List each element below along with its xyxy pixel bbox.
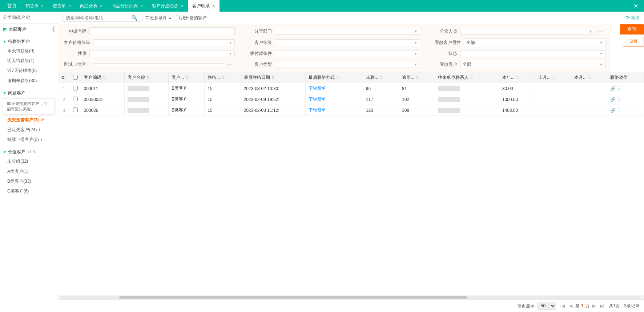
nav-tab-sales[interactable]: 销货单 ✕ — [21, 0, 48, 12]
action-link-icon-2[interactable]: 🔗 — [610, 97, 616, 102]
row-actions-3[interactable]: 🔗⠿ — [607, 105, 644, 116]
action-menu-icon-1[interactable]: ⠿ — [618, 86, 621, 91]
filter-phone-input[interactable] — [89, 27, 235, 35]
sort-icon-name[interactable]: ⇅ — [146, 75, 150, 80]
my-customers-check[interactable] — [175, 16, 180, 20]
sidebar-item-churned[interactable]: 已流失客户(24) ℹ — [0, 125, 58, 135]
my-customers-checkbox[interactable]: 我分管的客户 — [175, 15, 207, 21]
action-link-icon-1[interactable]: 🔗 — [610, 86, 616, 91]
sidebar-group-problem-title[interactable]: ▼ 问题客户 — [0, 89, 58, 98]
nav-tab-goods-list[interactable]: 商品分析列表 ✕ — [107, 0, 148, 12]
close-tab-customer-layer[interactable]: ✕ — [180, 4, 184, 8]
sort-icon-ty[interactable]: ⇅ — [516, 75, 519, 80]
sidebar-search-input[interactable] — [3, 15, 57, 20]
first-page-button[interactable]: |◀ — [559, 303, 566, 308]
action-menu-icon-3[interactable]: ⠿ — [618, 108, 621, 113]
horizontal-scrollbar[interactable] — [58, 295, 644, 299]
action-icons-1[interactable]: 🔗⠿ — [610, 86, 641, 91]
select-all-checkbox[interactable] — [73, 75, 78, 80]
main-search-input[interactable] — [66, 15, 131, 20]
action-link-icon-3[interactable]: 🔗 — [610, 108, 616, 113]
sort-icon-code[interactable]: ⇅ — [102, 75, 106, 80]
row-checkbox-1[interactable] — [70, 83, 81, 94]
query-button[interactable]: 查询 — [620, 24, 644, 35]
sort-icon-overdue[interactable]: ⇅ — [415, 75, 419, 80]
sidebar-item-7days-pending[interactable]: 近7天待联络(0) — [0, 66, 58, 76]
row-actions-1[interactable]: 🔗⠿ — [607, 83, 644, 94]
sort-icon-contact[interactable]: ⇅ — [221, 75, 225, 80]
close-tab-sales[interactable]: ✕ — [41, 4, 44, 8]
window-close-button[interactable]: ✕ — [631, 3, 641, 9]
filter-price-level-select[interactable]: ▼ — [93, 39, 235, 46]
filter-person-dots[interactable]: ··· — [595, 28, 605, 35]
refresh-icon[interactable]: ↺ — [28, 149, 32, 155]
sidebar-root-label[interactable]: ⊞ 全部客户 《 — [0, 24, 58, 36]
problem-customer-tooltip: 90天未交易的客户，可能有流失风险。 — [3, 98, 55, 114]
nav-tab-home[interactable]: 首页 — [3, 0, 21, 12]
export-button[interactable]: ⟳ 导出 — [625, 15, 640, 21]
sidebar-collapse-button[interactable]: 《 — [49, 26, 55, 33]
filter-cust-level-select[interactable]: ▼ — [275, 39, 420, 46]
sort-icon-tm[interactable]: ⇅ — [588, 75, 591, 80]
sidebar-item-tomorrow-pending[interactable]: 明天待联络(1) — [0, 56, 58, 66]
edit-icon[interactable]: ✎ — [33, 149, 37, 155]
action-icons-3[interactable]: 🔗⠿ — [610, 108, 641, 113]
nav-tab-goods-analysis[interactable]: 商品分析 ✕ — [76, 0, 107, 12]
close-tab-purchase[interactable]: ✕ — [68, 4, 71, 8]
page-size-select[interactable]: 50 100 — [538, 302, 556, 310]
sidebar-item-class-b[interactable]: B类客户(33) — [0, 177, 58, 186]
filter-region-select[interactable] — [93, 63, 224, 66]
sidebar-item-declining[interactable]: 持续下滑客户(2) ℹ — [0, 135, 58, 145]
row-checkbox-2[interactable] — [70, 94, 81, 105]
row-method-2[interactable]: 下销货单 — [305, 94, 363, 105]
row-checkbox-3[interactable] — [70, 105, 81, 116]
sort-icon-last-date[interactable]: ⇅ — [271, 75, 275, 80]
sidebar-item-overdue-pending[interactable]: 逾期未联络(30) — [0, 76, 58, 86]
scrollbar-track[interactable] — [61, 296, 641, 299]
row-method-1[interactable]: 下销货单 — [305, 83, 363, 94]
close-tab-goods-analysis[interactable]: ✕ — [100, 4, 103, 8]
filter-cust-type-select[interactable]: ▼ — [275, 61, 420, 68]
sidebar-item-churn-warning[interactable]: 流失预警客户(3) ⚠ — [0, 115, 58, 125]
close-tab-customer-contact[interactable]: ✕ — [212, 4, 215, 8]
close-tab-goods-list[interactable]: ✕ — [140, 4, 143, 8]
sort-icon-lm[interactable]: ⇅ — [552, 75, 555, 80]
table-row: 2 00030031 B类客户 15 2023-02-09 19:52: 下销货… — [58, 94, 644, 105]
sort-icon-type[interactable]: ⇅ — [185, 75, 189, 80]
filter-dept-select[interactable]: ▼ — [275, 28, 420, 35]
sidebar-item-today-pending[interactable]: 今天待联络(0) — [0, 46, 58, 56]
action-icons-2[interactable]: 🔗⠿ — [610, 97, 641, 102]
col-no-contact: 未联...⇅ — [363, 72, 399, 83]
sidebar-item-class-c[interactable]: C类客户(6) — [0, 186, 58, 196]
next-page-button[interactable]: ▶ — [591, 303, 597, 308]
last-page-button[interactable]: ▶| — [599, 303, 606, 308]
sort-icon-cp[interactable]: ⇅ — [470, 75, 473, 80]
nav-tab-purchase[interactable]: 进货单 ✕ — [48, 0, 76, 12]
main-search-icon[interactable]: 🔍 — [131, 15, 137, 21]
filter-nature-select[interactable]: ▼ — [89, 50, 235, 57]
sort-icon-last-method[interactable]: ⇅ — [336, 75, 339, 80]
scrollbar-thumb[interactable] — [119, 296, 467, 299]
sidebar-group-value-title[interactable]: ▼ 价值客户 ↺ ✎ — [0, 147, 58, 157]
settings-button[interactable]: 设置 — [623, 37, 644, 46]
filter-retail-select[interactable]: 全部 ▼ — [460, 60, 605, 69]
col-checkbox[interactable] — [70, 72, 81, 83]
row-tm-3 — [571, 105, 607, 116]
nav-tab-customer-layer[interactable]: 客户分层经营 ✕ — [148, 0, 188, 12]
filter-payment-select[interactable]: ▼ — [275, 50, 420, 57]
row-method-3[interactable]: 下销货单 — [305, 105, 363, 116]
filter-region-dots[interactable]: ··· — [224, 61, 235, 68]
col-settings[interactable]: ⚙ — [58, 72, 70, 83]
prev-page-button[interactable]: ◀ — [568, 303, 574, 308]
action-menu-icon-2[interactable]: ⠿ — [618, 97, 621, 102]
filter-status-select[interactable]: ▼ — [460, 50, 605, 57]
row-actions-2[interactable]: 🔗⠿ — [607, 94, 644, 105]
sidebar-item-ungroup[interactable]: 未分组(32) — [0, 157, 58, 166]
more-conditions-button[interactable]: ▽ 更多条件 ▲ — [145, 15, 172, 21]
filter-person-select[interactable]: ▼ — [460, 28, 595, 35]
sidebar-item-class-a[interactable]: A类客户(1) — [0, 167, 58, 177]
sidebar-group-pending-title[interactable]: ▼ 待联络客户 — [0, 37, 58, 46]
sort-icon-no-contact[interactable]: ⇅ — [379, 75, 383, 80]
filter-retail-attr-select[interactable]: 全部 ▼ — [464, 38, 605, 47]
nav-tab-customer-contact[interactable]: 客户联系 ✕ — [188, 0, 220, 12]
